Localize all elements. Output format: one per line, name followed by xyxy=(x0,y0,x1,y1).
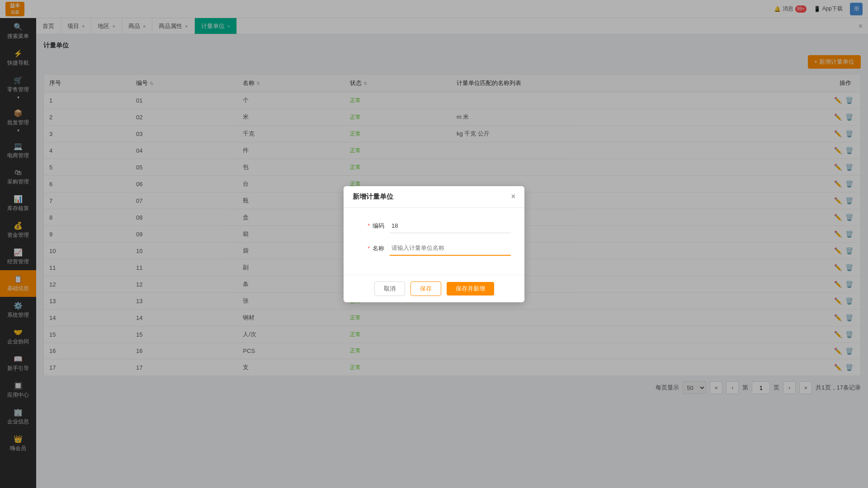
add-measure-unit-modal: 新增计量单位 × * 编码 * 名称 取消 保存 保存并新增 xyxy=(344,186,524,302)
name-label: * 名称 xyxy=(357,244,384,253)
name-input[interactable] xyxy=(390,241,511,256)
save-and-new-button[interactable]: 保存并新增 xyxy=(447,282,494,296)
modal-header: 新增计量单位 × xyxy=(344,186,524,208)
modal-footer: 取消 保存 保存并新增 xyxy=(344,275,524,302)
code-input[interactable] xyxy=(390,219,511,233)
required-star-code: * xyxy=(368,222,370,229)
name-form-row: * 名称 xyxy=(357,241,511,256)
code-label: * 编码 xyxy=(357,222,384,230)
modal-overlay[interactable]: 新增计量单位 × * 编码 * 名称 取消 保存 保存并新增 xyxy=(0,0,868,488)
modal-close-button[interactable]: × xyxy=(511,192,515,201)
cancel-button[interactable]: 取消 xyxy=(374,282,405,296)
save-button[interactable]: 保存 xyxy=(410,282,441,296)
required-star-name: * xyxy=(368,245,370,252)
modal-body: * 编码 * 名称 xyxy=(344,208,524,275)
modal-title: 新增计量单位 xyxy=(353,192,393,201)
code-form-row: * 编码 xyxy=(357,219,511,233)
